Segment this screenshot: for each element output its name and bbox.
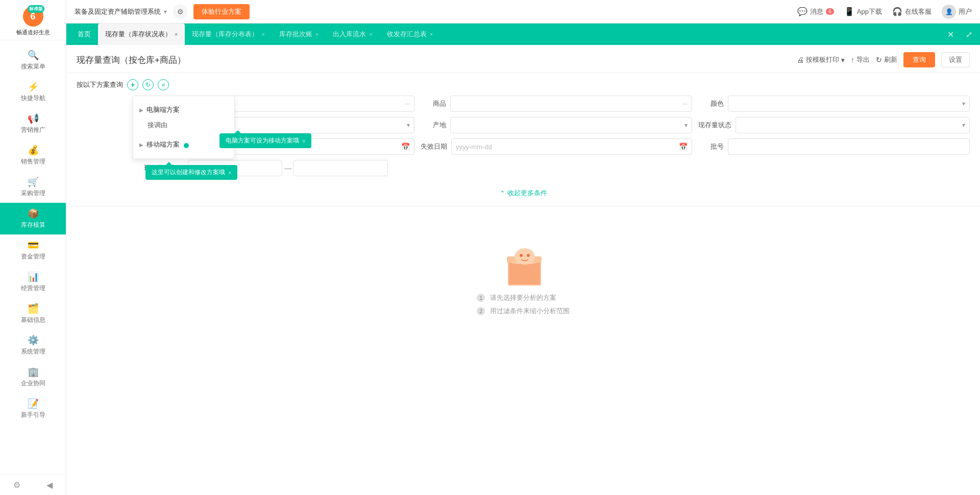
expire-date-input[interactable]: yyyy-mm-dd 📅 [451, 138, 692, 155]
close-all-tabs-btn[interactable]: ✕ [943, 27, 958, 41]
filter-field-inventory-status: 现存量状态 ▾ [698, 117, 970, 133]
empty-num-1: 1 [477, 294, 485, 302]
tab-inventory-batch-label: 库存批次账 [279, 30, 312, 39]
filter-back-btn[interactable]: « [158, 79, 169, 90]
empty-svg [498, 237, 554, 288]
batch-no-input[interactable] [728, 138, 970, 155]
filter-row-1: 仓库 ··· 商品 ··· [143, 96, 970, 112]
filter-field-origin: 产地 ▾ [421, 117, 692, 133]
sidebar-item-finance[interactable]: 💳 资金管理 [0, 234, 66, 266]
operations-icon: 📊 [28, 271, 39, 282]
sidebar-item-operations[interactable]: 📊 经营管理 [0, 266, 66, 298]
sidebar-item-guide[interactable]: 📝 新手引导 [0, 393, 66, 425]
export-btn[interactable]: ↑ 导出 [851, 55, 870, 64]
quick-nav-icon: ⚡ [28, 81, 39, 92]
settings-footer-btn[interactable]: ⚙ [13, 480, 20, 490]
pc-scheme-title: 电脑端方案 [146, 105, 180, 114]
tooltip-edit-close[interactable]: × [228, 170, 231, 176]
goods-label: 商品 [421, 99, 446, 108]
inventory-status-label: 现存量状态 [698, 121, 731, 130]
collapse-sidebar-btn[interactable]: ◀ [46, 480, 53, 490]
tab-inventory-batch[interactable]: 库存批次账 × [272, 23, 326, 45]
export-icon: ↑ [851, 56, 854, 64]
sidebar-item-system[interactable]: ⚙️ 系统管理 [0, 329, 66, 361]
refresh-btn[interactable]: ↻ 刷新 [876, 55, 897, 64]
refresh-icon: ↻ [876, 56, 882, 64]
user-action[interactable]: 👤 用户 [942, 5, 972, 19]
sidebar-item-label: 系统管理 [21, 347, 45, 356]
purchase-icon: 🛒 [28, 176, 39, 187]
tab-inventory-dist[interactable]: 现存量（库存分布表） × [185, 23, 272, 45]
expand-btn[interactable]: ⤢ [962, 27, 976, 41]
sidebar-item-basic[interactable]: 🗂️ 基础信息 [0, 298, 66, 329]
basic-icon: 🗂️ [28, 303, 39, 314]
print-template-label: 按模板打印 [806, 55, 839, 64]
filter-label: 按以下方案查询 [77, 80, 123, 89]
sidebar-item-marketing[interactable]: 📢 营销推广 [0, 108, 66, 139]
goods-select[interactable]: ··· [450, 96, 692, 112]
print-icon: 🖨 [797, 56, 804, 64]
inventory-icon: 📦 [28, 208, 39, 219]
filter-row-2: 尺码 ▾ 产地 ▾ [143, 117, 970, 133]
sidebar-item-label: 资金管理 [21, 252, 45, 261]
sidebar-item-search-menu[interactable]: 🔍 搜索菜单 [0, 44, 66, 76]
expire-date-calendar-icon: 📅 [679, 143, 688, 151]
sidebar-item-label: 销售管理 [21, 157, 45, 166]
expire-date-placeholder: yyyy-mm-dd [456, 143, 492, 151]
refresh-label: 刷新 [884, 55, 897, 64]
tab-home[interactable]: 首页 [70, 23, 98, 45]
tooltip-pc-scheme: 电脑方案可设为移动方案哦 × [219, 133, 311, 148]
print-dropdown-icon: ▾ [841, 56, 845, 64]
user-label: 用户 [959, 7, 972, 16]
sidebar-item-label: 基础信息 [21, 316, 45, 324]
sidebar-item-quick-nav[interactable]: ⚡ 快捷导航 [0, 76, 66, 108]
scheme-pc-item-1[interactable]: 接调由 [133, 117, 234, 133]
inventory-main-max[interactable] [293, 160, 388, 176]
system-dropdown-icon[interactable]: ▾ [164, 8, 167, 15]
filter-refresh-btn[interactable]: ↻ [142, 79, 154, 90]
tab-receive-summary-close[interactable]: × [430, 31, 433, 37]
print-template-btn[interactable]: 🖨 按模板打印 ▾ [797, 55, 845, 64]
batch-no-label: 批号 [698, 142, 724, 151]
message-label: 消息 [810, 7, 823, 16]
sidebar-item-enterprise[interactable]: 🏢 企业协同 [0, 361, 66, 393]
scheme-dropdown-inner: ▶ 电脑端方案 接调由 ▶ 移动端方案 [133, 96, 234, 158]
settings-page-btn[interactable]: 设置 [941, 52, 970, 67]
color-label: 颜色 [698, 99, 724, 108]
query-btn[interactable]: 查询 [903, 52, 935, 67]
tooltip-pc-text: 电脑方案可设为移动方案哦 [226, 136, 299, 145]
origin-select[interactable]: ▾ [450, 117, 692, 133]
industry-btn[interactable]: 体验行业方案 [193, 4, 250, 19]
color-select[interactable]: ▾ [728, 96, 970, 112]
tab-in-out-flow-label: 出入库流水 [333, 30, 366, 39]
header-settings-btn[interactable]: ⚙ [173, 5, 187, 19]
tab-inventory-dist-close[interactable]: × [261, 31, 264, 37]
tab-inventory-status-close[interactable]: × [175, 31, 178, 37]
messages-action[interactable]: 💬 消息 6 [797, 7, 834, 16]
app-download-action[interactable]: 📱 App下载 [844, 7, 882, 16]
size-arrow-icon: ▾ [407, 122, 410, 129]
online-support-action[interactable]: 🎧 在线客服 [892, 7, 932, 16]
tab-inventory-status[interactable]: 现存量（库存状况表） × [98, 23, 185, 45]
tab-in-out-flow-close[interactable]: × [369, 31, 372, 37]
sidebar-item-sales[interactable]: 💰 销售管理 [0, 139, 66, 171]
tab-inventory-batch-close[interactable]: × [315, 31, 318, 37]
filter-field-batch-no: 批号 [698, 138, 970, 155]
scheme-section-pc: ▶ 电脑端方案 接调由 [133, 100, 234, 135]
filter-add-btn[interactable]: + [127, 79, 138, 90]
tab-receive-summary-label: 收发存汇总表 [387, 30, 427, 39]
sidebar-item-inventory[interactable]: 📦 库存核算 [0, 203, 66, 234]
tooltip-pc-close[interactable]: × [302, 138, 305, 144]
tab-receive-summary[interactable]: 收发存汇总表 × [380, 23, 440, 45]
filter-field-expire-date: 失效日期 yyyy-mm-dd 📅 [421, 138, 692, 155]
top-header: 装备及固定资产辅助管理系统 ▾ ⚙ 体验行业方案 💬 消息 6 📱 App下载 … [66, 0, 980, 23]
collapse-filter-btn[interactable]: ⌃ 收起更多条件 [77, 184, 970, 200]
phone-icon: 📱 [844, 7, 854, 16]
sidebar-item-purchase[interactable]: 🛒 采购管理 [0, 171, 66, 203]
guide-icon: 📝 [28, 398, 39, 409]
export-label: 导出 [856, 55, 870, 64]
scheme-pc-header[interactable]: ▶ 电脑端方案 [133, 102, 234, 117]
sales-icon: 💰 [28, 145, 39, 156]
tab-in-out-flow[interactable]: 出入库流水 × [326, 23, 379, 45]
inventory-status-select[interactable]: ▾ [736, 117, 970, 133]
